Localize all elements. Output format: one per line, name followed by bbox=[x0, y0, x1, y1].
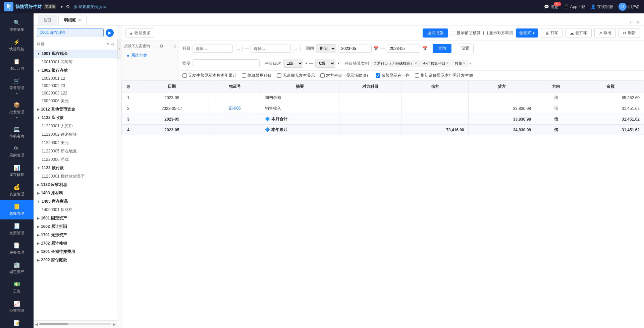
period-end-calendar-icon[interactable]: 📅 bbox=[422, 46, 427, 51]
tree-node-11220002[interactable]: 11220002 往来标签 bbox=[34, 130, 117, 139]
type-tag-normal-close[interactable]: ✕ bbox=[415, 62, 417, 65]
tree-node-10020006[interactable]: 10020006 美元 bbox=[34, 97, 117, 105]
subject-more-button[interactable]: ... bbox=[235, 45, 243, 52]
tree-node-11220005[interactable]: 11220005 所在地区 bbox=[34, 147, 117, 155]
tree-node-1405[interactable]: ▼ 1405 库存商品 bbox=[34, 197, 117, 206]
online-service-button[interactable]: 👤 在线客服 bbox=[591, 4, 613, 10]
sidebar-item-capital[interactable]: 💰 资金管理 bbox=[0, 181, 34, 200]
show-opposite-checkbox[interactable]: 显示对方科目 bbox=[483, 30, 513, 36]
tree-node-11220001[interactable]: 11220001 人民币 bbox=[34, 122, 117, 130]
no-balance-checkbox[interactable]: 无余额无发生显示 bbox=[277, 73, 315, 78]
no-amount-checkbox[interactable]: 无发生额显示本月本年累计 bbox=[182, 73, 236, 78]
scroll-left-icon[interactable]: ◀ bbox=[35, 322, 38, 327]
sidebar-item-ledger[interactable]: 📒 总账管理 bbox=[0, 200, 34, 219]
tree-node-1801[interactable]: ▶ 1801 长期待摊费用 bbox=[34, 248, 117, 256]
tab-min-icon[interactable]: — bbox=[623, 20, 628, 25]
filter-collapse-icon[interactable]: ◁ bbox=[172, 44, 175, 49]
app-download-button[interactable]: 📱 App下载 bbox=[564, 4, 585, 10]
notification-button[interactable]: 💬 消息 99+ bbox=[544, 4, 558, 10]
tree-node-1602[interactable]: ▶ 1602 累计折旧 bbox=[34, 222, 117, 231]
tab-detail-ledger[interactable]: 明细账 ✕ bbox=[58, 15, 87, 25]
tree-node-14050001[interactable]: 14050001 原材料 bbox=[34, 206, 117, 214]
type-tag-normal[interactable]: 普通科目（无特殊核算） ✕ bbox=[371, 60, 420, 67]
tree-node-11220006[interactable]: 11220006 游戏 bbox=[34, 155, 117, 164]
table-settings-icon[interactable]: ⚙ bbox=[126, 84, 130, 89]
sidebar-item-payroll[interactable]: 💵 工资 bbox=[0, 278, 34, 297]
breadcrumb-item[interactable]: ▼ bbox=[60, 4, 64, 9]
expand-more-button[interactable]: ▲ 收起更多 bbox=[125, 28, 154, 38]
type-tag-quantity-close[interactable]: ✕ bbox=[463, 62, 466, 65]
hide-disabled-input[interactable] bbox=[242, 73, 246, 78]
tree-node-1012[interactable]: ▶ 1012 其他货币资金 bbox=[34, 105, 117, 114]
show-aux-input[interactable] bbox=[451, 31, 455, 35]
period-calendar-icon[interactable]: 📅 bbox=[374, 46, 379, 51]
tab-max-icon[interactable]: □ bbox=[631, 20, 633, 25]
opening-balance-checkbox[interactable]: 期初余额显示本年累计发生额 bbox=[415, 73, 473, 78]
tree-node-1122[interactable]: ▼ 1122 应收款 bbox=[34, 114, 117, 122]
sidebar-item-project[interactable]: 📋 项目合同 bbox=[0, 55, 34, 74]
horizontal-scrollbar[interactable] bbox=[39, 323, 111, 325]
refresh-button[interactable]: ↺ 刷新 bbox=[619, 28, 640, 38]
query-settings-button[interactable]: 设置 bbox=[457, 44, 474, 53]
opposite-subject-checkbox[interactable]: 对方科目（显示辅助项） bbox=[320, 73, 370, 78]
tree-node-2202[interactable]: ▶ 2202 应付账款 bbox=[34, 256, 117, 264]
sidebar-item-retail[interactable]: 🛒 零售管理 ▾ bbox=[0, 74, 34, 99]
tree-node-1132[interactable]: ▶ 1132 应收利息 bbox=[34, 181, 117, 189]
type-tag-foreign-close[interactable]: ✕ bbox=[446, 62, 449, 65]
back-old-version-button[interactable]: 返回旧版 bbox=[423, 28, 448, 38]
nav-arrow-button[interactable]: ▶ bbox=[106, 29, 114, 37]
balance-in-one-input[interactable] bbox=[376, 73, 380, 78]
scheme-item-system[interactable]: ● 系统方案 bbox=[124, 51, 175, 60]
tree-node-1403[interactable]: ▶ 1403 原材料 bbox=[34, 189, 117, 197]
search-button[interactable]: 查询 bbox=[433, 44, 451, 53]
tree-node-1702[interactable]: ▶ 1702 累计摊销 bbox=[34, 239, 117, 248]
sidebar-item-inventory[interactable]: 📊 库存核算 bbox=[0, 161, 34, 181]
no-balance-input[interactable] bbox=[277, 73, 281, 78]
period-start-input[interactable] bbox=[338, 45, 372, 53]
sidebar-item-sales-report[interactable]: 📝 小畅报销 bbox=[0, 317, 34, 328]
export-button[interactable]: ↗ 导出 bbox=[594, 28, 616, 38]
tree-node-1002[interactable]: ▼ 1002 银行存款 bbox=[34, 66, 117, 75]
no-amount-input[interactable] bbox=[182, 73, 187, 78]
tree-node-10020001[interactable]: 10020001 12 bbox=[34, 75, 117, 82]
tab-close-icon[interactable]: ✕ bbox=[78, 18, 81, 22]
sidebar-item-ecommerce[interactable]: 💻 小畅电商 bbox=[0, 123, 34, 142]
scroll-right-icon[interactable]: ▶ bbox=[113, 322, 116, 327]
tab-close-window-icon[interactable]: ✕ bbox=[636, 20, 640, 25]
opposite-subject-input[interactable] bbox=[320, 73, 325, 78]
subject-more-end-button[interactable]: ... bbox=[293, 45, 301, 52]
print-button[interactable]: 🖨 打印 bbox=[541, 28, 563, 38]
balance-in-one-checkbox[interactable]: 余额显示在一列 bbox=[376, 73, 410, 78]
tree-node-1123[interactable]: ▼ 1123 预付款 bbox=[34, 164, 117, 172]
period-end-input[interactable] bbox=[387, 45, 420, 53]
level-start-select[interactable]: 1级 2级 3级 4级 5级 6级 bbox=[283, 59, 303, 68]
tree-node-11220004[interactable]: 11220004 美元 bbox=[34, 139, 117, 147]
sidebar-item-tax[interactable]: 📑 税务管理 bbox=[0, 239, 34, 258]
subject-input-end[interactable] bbox=[251, 45, 291, 53]
account-selector[interactable]: 1001 库存现金 bbox=[37, 28, 104, 37]
type-tag-foreign[interactable]: 外币核算科目 ✕ bbox=[421, 60, 451, 67]
cloud-print-button[interactable]: ☁ 云打印 bbox=[566, 28, 592, 38]
tree-collapse-icon[interactable]: ◁ bbox=[111, 42, 114, 46]
sidebar-item-wholesale[interactable]: 📦 批发管理 ▾ bbox=[0, 99, 34, 123]
tree-node-10020002[interactable]: 10020002 23 bbox=[34, 82, 117, 89]
sidebar-item-purchase[interactable]: 🛍 采购管理 bbox=[0, 142, 34, 161]
tree-node-1001[interactable]: ▼ 1001 库存现金 bbox=[34, 50, 117, 58]
demo-link[interactable]: ◎ 我要看实例演示 bbox=[73, 4, 106, 10]
hide-disabled-checkbox[interactable]: 隐藏禁用科目 bbox=[242, 73, 272, 78]
level-end-select[interactable]: 6级 1级 2级 3级 4级 5级 bbox=[315, 59, 335, 68]
tree-node-10020003[interactable]: 10020003 122 bbox=[34, 89, 117, 97]
type-dropdown-icon[interactable]: ▾ bbox=[469, 61, 471, 66]
sidebar-item-quick-nav[interactable]: ⚡ 快捷导航 bbox=[0, 36, 34, 55]
tree-node-10010001[interactable]: 10010001 同呵呵 bbox=[34, 58, 117, 66]
sidebar-item-business[interactable]: 📈 经营管理 bbox=[0, 297, 34, 317]
show-opposite-input[interactable] bbox=[483, 31, 488, 35]
tree-node-11230001[interactable]: 11230001 预付款款美于 bbox=[34, 172, 117, 181]
show-aux-checkbox[interactable]: 显示辅助核算 bbox=[451, 30, 481, 36]
type-tag-quantity[interactable]: 数量 ✕ bbox=[452, 60, 468, 67]
opening-balance-input[interactable] bbox=[415, 73, 419, 78]
tree-list-icon[interactable]: ≡ bbox=[107, 42, 109, 46]
tab-home[interactable]: 首页 bbox=[38, 15, 57, 25]
settings-icon[interactable]: ⚙ bbox=[66, 4, 70, 9]
collapse-arrow-button[interactable]: ‹ bbox=[117, 39, 121, 59]
